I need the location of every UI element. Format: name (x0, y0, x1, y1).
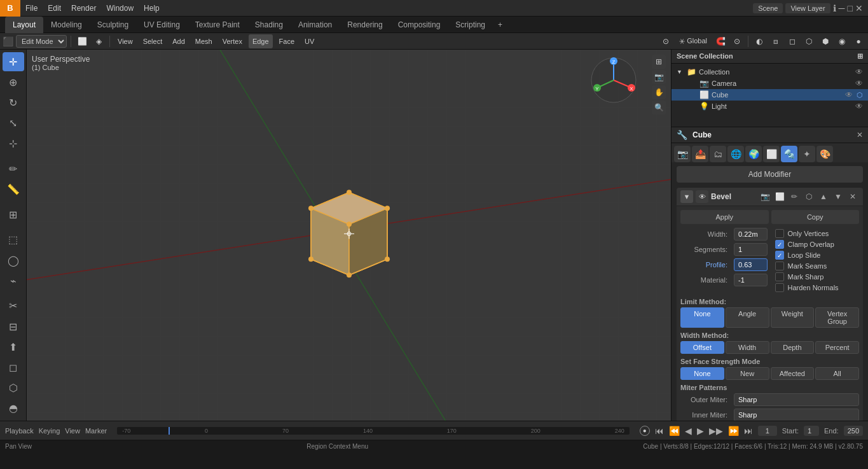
tab-shading[interactable]: Shading (247, 17, 291, 33)
tool-loop-cut[interactable]: ⊟ (3, 317, 24, 336)
props-tab-object[interactable]: ⬜ (763, 146, 780, 162)
select-menu[interactable]: Select (139, 34, 167, 48)
view-menu-timeline[interactable]: View (65, 427, 80, 435)
harden-normals-checkbox[interactable] (775, 283, 784, 292)
shading-rendered[interactable]: ◉ (835, 34, 849, 48)
limit-vertex-group-btn[interactable]: Vertex Group (815, 307, 859, 328)
tool-knife[interactable]: ✂ (3, 297, 24, 316)
collection-expand-arrow[interactable]: ▼ (677, 69, 684, 75)
timeline-bar[interactable]: -70070140170200240 (117, 427, 630, 435)
camera-visibility-icon[interactable]: 👁 (855, 79, 863, 88)
close-properties-icon[interactable]: ✕ (857, 130, 863, 139)
tab-scripting[interactable]: Scripting (448, 17, 493, 33)
width-width-btn[interactable]: Width (726, 341, 769, 354)
tool-cursor[interactable]: ✛ (3, 52, 24, 71)
menu-help[interactable]: Help (139, 0, 165, 17)
tab-uv-editing[interactable]: UV Editing (136, 17, 188, 33)
cube-visibility-icon[interactable]: 👁 (845, 90, 853, 99)
face-affected-btn[interactable]: Affected (771, 367, 815, 380)
tool-annotate[interactable]: ✏ (3, 159, 24, 178)
tool-select-lasso[interactable]: ⌁ (3, 271, 24, 290)
add-modifier-button[interactable]: Add Modifier (677, 166, 863, 183)
face-menu[interactable]: Face (275, 34, 298, 48)
prev-frame-button[interactable]: ◀ (685, 426, 692, 436)
marker-menu[interactable]: Marker (85, 427, 107, 435)
view-menu[interactable]: View (114, 34, 137, 48)
mark-sharp-checkbox[interactable] (775, 272, 784, 281)
window-maximize[interactable]: □ (848, 3, 853, 13)
width-value[interactable]: 0.22m (734, 228, 768, 241)
add-workspace-button[interactable]: + (493, 19, 507, 31)
tool-extrude[interactable]: ⬆ (3, 337, 24, 356)
inner-miter-value[interactable]: Sharp (734, 409, 859, 421)
collection-visibility-icon[interactable]: 👁 (855, 67, 863, 76)
tab-sculpting[interactable]: Sculpting (90, 17, 136, 33)
tab-rendering[interactable]: Rendering (340, 17, 390, 33)
limit-none-btn[interactable]: None (680, 307, 724, 328)
material-value[interactable]: -1 (734, 274, 768, 286)
props-tab-world[interactable]: 🌍 (745, 146, 762, 162)
xray-toggle[interactable]: ◻ (785, 34, 799, 48)
modifier-close-icon[interactable]: ✕ (846, 190, 859, 203)
view-perspective-toggle[interactable]: ⊞ (652, 55, 666, 69)
keyframe-insert-button[interactable]: ● (640, 426, 650, 436)
modifier-up-icon[interactable]: ▲ (817, 190, 830, 203)
modifier-down-icon[interactable]: ▼ (832, 190, 844, 203)
width-depth-btn[interactable]: Depth (771, 341, 815, 354)
tool-select-circle[interactable]: ◯ (3, 251, 24, 270)
props-tab-scene[interactable]: 🌐 (727, 146, 744, 162)
limit-angle-btn[interactable]: Angle (726, 307, 769, 328)
overlay-toggle[interactable]: ⧈ (769, 34, 783, 48)
jump-end-button[interactable]: ⏭ (744, 426, 753, 436)
modifier-render-icon[interactable]: 📷 (759, 190, 771, 203)
outer-miter-value[interactable]: Sharp (734, 393, 859, 406)
shading-wire[interactable]: ⬡ (802, 34, 816, 48)
props-tab-output[interactable]: 📤 (692, 146, 708, 162)
modifier-visibility-icon[interactable]: 👁 (696, 190, 708, 203)
tool-scale[interactable]: ⤡ (3, 114, 24, 133)
menu-window[interactable]: Window (101, 0, 139, 17)
transform-pivot-icon[interactable]: ⊙ (659, 34, 673, 48)
only-vertices-checkbox[interactable] (775, 229, 784, 238)
collection-item[interactable]: ▼ 📁 Collection 👁 (672, 66, 868, 78)
transform-orientation[interactable]: ⚹ Global (675, 34, 711, 48)
props-tab-materials[interactable]: 🎨 (816, 146, 833, 162)
uv-menu[interactable]: UV (301, 34, 318, 48)
tab-animation[interactable]: Animation (291, 17, 340, 33)
shading-material[interactable]: ● (851, 34, 865, 48)
viewport[interactable]: User Perspective (1) Cube (27, 50, 671, 421)
props-tab-particles[interactable]: ✦ (799, 146, 815, 162)
profile-value[interactable]: 0.63 (734, 258, 768, 271)
menu-edit[interactable]: Edit (43, 0, 66, 17)
tool-move[interactable]: ⊕ (3, 73, 24, 92)
current-frame-display[interactable]: 1 (758, 426, 777, 436)
props-tab-modifiers[interactable]: 🔩 (781, 146, 797, 162)
shading-icon[interactable]: ◐ (752, 34, 766, 48)
clamp-overlap-checkbox[interactable]: ✓ (775, 240, 784, 249)
tool-transform[interactable]: ⊹ (3, 134, 24, 153)
viewport-icon[interactable]: ⬜ (75, 34, 89, 48)
view-zoom[interactable]: 🔍 (652, 101, 666, 115)
mark-seams-checkbox[interactable] (775, 262, 784, 270)
window-close[interactable]: ✕ (855, 3, 863, 13)
snap-icon[interactable]: 🧲 (713, 34, 727, 48)
next-frame-button[interactable]: ▶▶ (709, 426, 723, 436)
tool-measure[interactable]: 📏 (3, 180, 24, 199)
playback-menu[interactable]: Playback (5, 427, 34, 435)
face-new-btn[interactable]: New (726, 367, 769, 380)
tool-rotate[interactable]: ↻ (3, 93, 24, 112)
light-item[interactable]: 💡 Light 👁 (672, 101, 868, 112)
modifier-cage-icon[interactable]: ⬡ (803, 190, 815, 203)
limit-weight-btn[interactable]: Weight (771, 307, 815, 328)
tool-add[interactable]: ⊞ (3, 205, 24, 224)
mode-selector[interactable]: Edit Mode (16, 35, 67, 48)
start-frame-input[interactable]: 1 (804, 426, 819, 436)
modifier-realtime-icon[interactable]: ⬜ (773, 190, 786, 203)
face-none-btn[interactable]: None (680, 367, 724, 380)
end-frame-input[interactable]: 250 (844, 426, 863, 436)
view-camera-toggle[interactable]: 📷 (652, 70, 666, 84)
props-tab-view-layer[interactable]: 🗂 (710, 146, 726, 162)
keying-menu[interactable]: Keying (39, 427, 60, 435)
view-pan[interactable]: ✋ (652, 85, 666, 99)
tool-bevel[interactable]: ⬡ (3, 379, 24, 398)
